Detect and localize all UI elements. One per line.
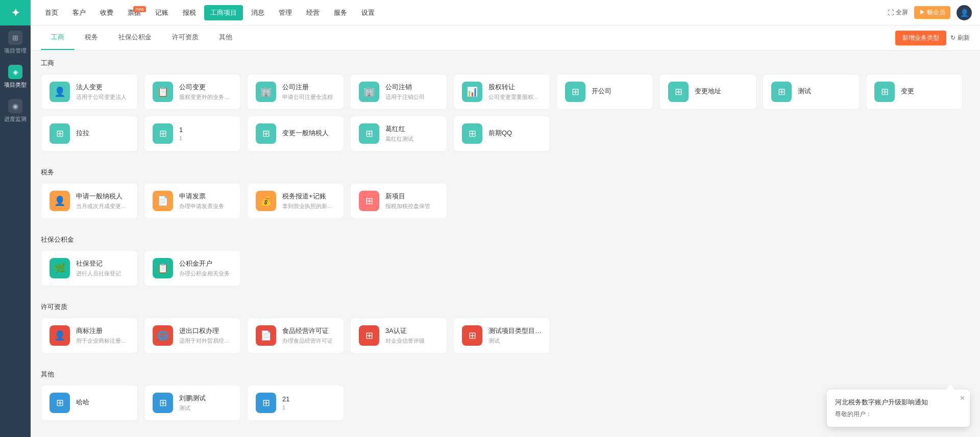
legal-change-icon: 👤	[50, 82, 70, 102]
card-title: 测试项目类型目定义	[488, 326, 542, 336]
card-desc: 测试	[488, 337, 542, 345]
card-lala[interactable]: ⊞ 拉拉	[41, 116, 138, 151]
card-title: 哈哈	[76, 398, 129, 407]
tab-bar: 工商 税务 社保公积金 许可资质 其他 新增业务类型 ↻ 刷新	[31, 25, 980, 50]
nav-billing[interactable]: 收费	[94, 5, 119, 20]
card-haha[interactable]: ⊞ 哈哈	[41, 385, 138, 421]
card-test1[interactable]: ⊞ 测试	[763, 74, 860, 110]
card-title: 法人变更	[76, 83, 129, 92]
card-company-reg[interactable]: 🏢 公司注册 申请公司注册全流程	[247, 74, 344, 110]
vip-button[interactable]: ▶ 畅会员	[914, 6, 950, 19]
notification-body: 尊敬的用户：	[835, 410, 962, 419]
card-social-reg[interactable]: 🌿 社保登记 进行人员社保登记	[41, 250, 138, 286]
sidebar-item-progress[interactable]: ◉ 进度监测	[0, 94, 31, 128]
card-legal-change[interactable]: 👤 法人变更 适用于公司变更法人	[41, 74, 138, 110]
industry-section-title: 工商	[41, 59, 970, 68]
nav-message[interactable]: 消息	[245, 5, 271, 20]
card-change1[interactable]: ⊞ 变更	[866, 74, 963, 110]
fullscreen-icon: ⛶	[888, 9, 894, 16]
card-liupeng-test[interactable]: ⊞ 刘鹏测试 测试	[144, 385, 241, 421]
tab-industry[interactable]: 工商	[41, 25, 75, 50]
sidebar-logo: ✦	[0, 0, 31, 25]
tax-reporting-icon: 💰	[256, 191, 276, 211]
card-apply-taxpayer[interactable]: 👤 申请一般纳税人 当月或次月成变更完成	[41, 183, 138, 219]
card-apply-invoice[interactable]: 📄 申请发票 办理申请发票业务	[144, 183, 241, 219]
fullscreen-button[interactable]: ⛶ 全屏	[888, 8, 908, 17]
tab-permit[interactable]: 许可资质	[162, 25, 209, 50]
card-title: 申请一般纳税人	[76, 192, 129, 201]
tab-social[interactable]: 社保公积金	[108, 25, 162, 50]
open-company-icon: ⊞	[565, 82, 585, 102]
card-desc: 适用于注销公司	[385, 93, 438, 101]
notification-close-button[interactable]: ×	[960, 394, 965, 403]
top-nav: 首页 客户 收费 票据 new 记账 报税 工商项目 消息 管理 经营 服务 设…	[31, 0, 980, 25]
permit-cards-grid: 👤 商标注册 用于企业商标注册服务 🌐 进出口权办理 适用于对外贸易经营者 📄	[41, 318, 970, 353]
notification-title: 河北税务数字账户升级影响通知	[835, 398, 962, 407]
nav-tax[interactable]: 报税	[177, 5, 202, 20]
permit-section-title: 许可资质	[41, 302, 970, 312]
card-gehonghong[interactable]: ⊞ 葛红红 葛红红测试	[350, 116, 447, 151]
card-title: 开公司	[592, 87, 645, 96]
card-company-change[interactable]: 📋 公司变更 股权变更外的业务变更	[144, 74, 241, 110]
card-3a-cert[interactable]: ⊞ 3A认证 对企业信誉评级	[350, 318, 447, 353]
sidebar-item-label: 项目管理	[4, 47, 27, 55]
nav-service[interactable]: 服务	[328, 5, 353, 20]
card-change-taxpayer[interactable]: ⊞ 变更一般纳税人	[247, 116, 344, 151]
card-title: 测试	[798, 87, 851, 96]
card-qianqi-qq[interactable]: ⊞ 前期QQ	[453, 116, 550, 151]
card-num21[interactable]: ⊞ 21 1	[247, 385, 344, 421]
tab-tax[interactable]: 税务	[75, 25, 108, 50]
nav-ticket[interactable]: 票据 new	[121, 5, 147, 20]
card-desc: 办理申请发票业务	[179, 202, 232, 210]
card-desc: 1	[282, 404, 335, 410]
nav-operation[interactable]: 经营	[300, 5, 326, 20]
haha-icon: ⊞	[50, 393, 70, 413]
card-change-address[interactable]: ⊞ 变更地址	[659, 74, 756, 110]
card-desc: 办理食品经营许可证	[282, 337, 335, 345]
card-title: 股权转让	[488, 83, 542, 92]
nav-industry[interactable]: 工商项目	[204, 5, 243, 20]
card-food-permit[interactable]: 📄 食品经营许可证 办理食品经营许可证	[247, 318, 344, 353]
industry-cards-grid: 👤 法人变更 适用于公司变更法人 📋 公司变更 股权变更外的业务变更	[41, 74, 970, 151]
nav-home[interactable]: 首页	[39, 5, 64, 20]
nav-settings[interactable]: 设置	[355, 5, 381, 20]
card-title: 前期QQ	[488, 128, 542, 138]
card-import-export[interactable]: 🌐 进出口权办理 适用于对外贸易经营者	[144, 318, 241, 353]
card-equity-transfer[interactable]: 📊 股权转让 公司变更需要股权转让	[453, 74, 550, 110]
card-title: 税务报道+记账	[282, 192, 335, 201]
gehonghong-icon: ⊞	[359, 123, 379, 144]
card-open-company[interactable]: ⊞ 开公司	[556, 74, 653, 110]
company-cancel-icon: 🏢	[359, 82, 379, 102]
nav-right: ⛶ 全屏 ▶ 畅会员 👤	[888, 5, 972, 20]
fund-open-icon: 📋	[153, 258, 173, 278]
card-tax-reporting[interactable]: 💰 税务报道+记账 拿到营业执照的新公司	[247, 183, 344, 219]
card-title: 社保登记	[76, 259, 129, 268]
nav-client[interactable]: 客户	[66, 5, 92, 20]
sidebar-item-label: 进度监测	[4, 115, 27, 123]
card-desc: 测试	[179, 404, 232, 412]
nav-accounting[interactable]: 记账	[149, 5, 175, 20]
liupeng-icon: ⊞	[153, 393, 173, 413]
lala-icon: ⊞	[50, 123, 70, 144]
refresh-button[interactable]: ↻ 刷新	[950, 34, 970, 42]
nav-management[interactable]: 管理	[273, 5, 298, 20]
change-taxpayer-icon: ⊞	[256, 123, 276, 144]
card-company-cancel[interactable]: 🏢 公司注销 适用于注销公司	[350, 74, 447, 110]
card-new-project[interactable]: ⊞ 新项目 报税加税控盘保管	[350, 183, 447, 219]
card-trademark[interactable]: 👤 商标注册 用于企业商标注册服务	[41, 318, 138, 353]
food-permit-icon: 📄	[256, 325, 276, 346]
test-type-icon: ⊞	[462, 325, 482, 346]
play-icon: ▶	[919, 9, 925, 16]
avatar[interactable]: 👤	[957, 5, 972, 20]
add-type-button[interactable]: 新增业务类型	[895, 31, 946, 45]
sidebar-item-project-mgmt[interactable]: ⊞ 项目管理	[0, 25, 31, 60]
card-test-type[interactable]: ⊞ 测试项目类型目定义 测试	[453, 318, 550, 353]
card-desc: 1	[179, 135, 232, 141]
company-reg-icon: 🏢	[256, 82, 276, 102]
tab-other[interactable]: 其他	[209, 25, 242, 50]
content-area: 工商 税务 社保公积金 许可资质 其他 新增业务类型 ↻ 刷新 工商 👤	[31, 25, 980, 437]
card-num1[interactable]: ⊞ 1 1	[144, 116, 241, 151]
tax-cards-grid: 👤 申请一般纳税人 当月或次月成变更完成 📄 申请发票 办理申请发票业务 💰	[41, 183, 970, 219]
card-fund-open[interactable]: 📋 公积金开户 办理公积金相关业务	[144, 250, 241, 286]
sidebar-item-project-type[interactable]: ◈ 项目类型	[0, 60, 31, 94]
